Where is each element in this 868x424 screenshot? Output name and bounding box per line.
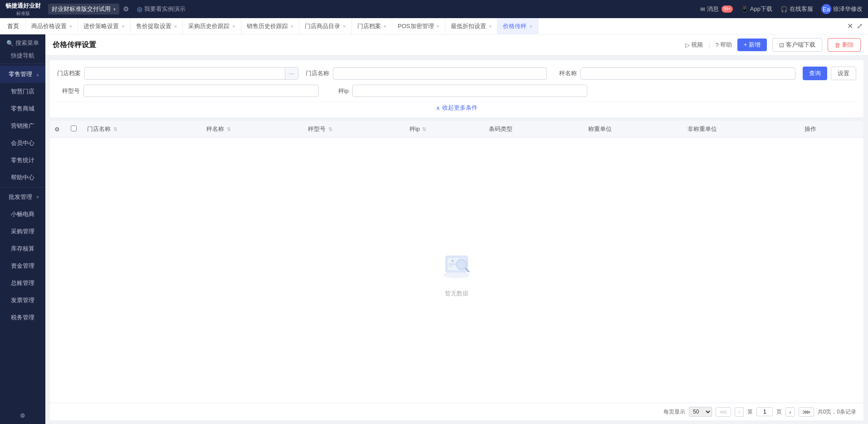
first-page-btn[interactable]: ⋘ bbox=[716, 407, 731, 417]
query-button[interactable]: 查询 bbox=[803, 67, 827, 80]
scale-model-label: 秤型号 bbox=[57, 87, 80, 95]
demo-button[interactable]: ◎ 我要看实例演示 bbox=[137, 5, 185, 13]
page-header: 价格传秤设置 ▷ 视频 | ? 帮助 + 新增 ⊡ 客户端下载 bbox=[45, 34, 868, 56]
logo-sub-text: 标准版 bbox=[16, 10, 30, 17]
messages-button[interactable]: ✉ 消息 99+ bbox=[700, 5, 733, 13]
sidebar-item-ledger[interactable]: 总账管理 bbox=[0, 275, 45, 292]
sidebar-item-tax[interactable]: 税务管理 bbox=[0, 309, 45, 326]
help-label: 帮助 bbox=[720, 41, 732, 49]
sidebar-item-smart-store[interactable]: 智慧门店 bbox=[0, 83, 45, 100]
message-icon: ✉ bbox=[700, 6, 705, 13]
tab-sale-history[interactable]: 销售历史价跟踪 × bbox=[241, 18, 299, 34]
collapse-label: 收起更多条件 bbox=[442, 104, 478, 112]
tab-pos-encrypt-label: POS加密管理 bbox=[398, 22, 434, 30]
online-service-button[interactable]: 🎧 在线客服 bbox=[780, 5, 813, 13]
last-page-btn[interactable]: ⋙ bbox=[799, 407, 814, 417]
operation-col-label: 操作 bbox=[805, 125, 816, 132]
tab-store-profile-label: 门店档案 bbox=[357, 22, 381, 30]
store-profile-input[interactable] bbox=[85, 68, 285, 79]
download-button[interactable]: ⊡ 客户端下载 bbox=[772, 38, 822, 52]
tab-store-catalog-close[interactable]: × bbox=[343, 24, 346, 29]
sidebar-item-purchase[interactable]: 采购管理 bbox=[0, 223, 45, 240]
sidebar-quick-nav[interactable]: 快捷导航 bbox=[0, 50, 45, 64]
version-selector[interactable]: 好业财标准版交付试用 ▾ bbox=[48, 4, 119, 14]
sidebar-item-ecommerce[interactable]: 小畅电商 bbox=[0, 206, 45, 223]
scale-model-input[interactable] bbox=[83, 85, 319, 97]
per-page-select[interactable]: 20 50 100 bbox=[689, 407, 712, 417]
table-head: ⚙ 门店名称 ⇅ 秤名称 ⇅ 秤型号 bbox=[50, 121, 863, 138]
page-input[interactable] bbox=[756, 407, 773, 416]
sidebar-smart-store-label: 智慧门店 bbox=[5, 87, 40, 96]
maximize-icon[interactable]: ⤢ bbox=[857, 22, 863, 30]
sidebar-tax-label: 税务管理 bbox=[5, 313, 40, 322]
sidebar-item-retail[interactable]: 零售管理 ▲ bbox=[0, 66, 45, 83]
tab-price-settings-close[interactable]: × bbox=[69, 24, 72, 29]
store-profile-input-group: ··· bbox=[84, 67, 298, 80]
gear-icon[interactable]: ⚙ bbox=[123, 5, 129, 13]
sidebar-retail-label: 零售管理 bbox=[5, 70, 35, 78]
logo-main-text: 畅捷通好业财 bbox=[5, 2, 41, 10]
tab-purchase-strategy-close[interactable]: × bbox=[122, 24, 124, 29]
tab-store-profile-close[interactable]: × bbox=[384, 24, 386, 29]
store-profile-dots-btn[interactable]: ··· bbox=[285, 67, 298, 79]
sidebar-item-wholesale[interactable]: 批发管理 ▼ bbox=[0, 188, 45, 206]
user-menu[interactable]: Ea 徐泽华修改 bbox=[821, 4, 863, 14]
tab-min-discount-close[interactable]: × bbox=[489, 24, 492, 29]
tab-pos-encrypt[interactable]: POS加密管理 × bbox=[392, 18, 445, 34]
search-icon: 🔍 bbox=[6, 40, 14, 47]
sidebar-item-retail-mall[interactable]: 零售商城 bbox=[0, 100, 45, 117]
table-header-scale-name: 秤名称 ⇅ bbox=[202, 121, 303, 138]
add-button[interactable]: + 新增 bbox=[737, 39, 767, 51]
tab-purchase-history-close[interactable]: × bbox=[232, 24, 235, 29]
tab-sale-extract[interactable]: 售价提取设置 × bbox=[131, 18, 183, 34]
sidebar-item-inventory[interactable]: 库存核算 bbox=[0, 240, 45, 257]
tab-sale-history-close[interactable]: × bbox=[291, 24, 293, 29]
table-header-gear[interactable]: ⚙ bbox=[50, 121, 66, 138]
next-page-btn[interactable]: › bbox=[785, 407, 795, 417]
set-button[interactable]: 设置 bbox=[831, 67, 856, 80]
sidebar-search[interactable]: 🔍 搜索菜单 bbox=[0, 34, 45, 50]
sidebar-item-help[interactable]: 帮助中心 bbox=[0, 169, 45, 186]
tab-purchase-history[interactable]: 采购历史价跟踪 × bbox=[183, 18, 241, 34]
sidebar-inventory-label: 库存核算 bbox=[5, 245, 40, 253]
sidebar-item-finance[interactable]: 资金管理 bbox=[0, 257, 45, 275]
sidebar-gear[interactable]: ⚙ bbox=[0, 407, 45, 424]
scale-name-input[interactable] bbox=[580, 67, 795, 80]
tab-min-discount[interactable]: 最低折扣设置 × bbox=[445, 18, 497, 34]
video-link[interactable]: ▷ 视频 bbox=[685, 41, 703, 49]
table-header-checkbox[interactable] bbox=[66, 121, 83, 138]
tab-price-scale[interactable]: 价格传秤 × bbox=[497, 18, 538, 34]
filter-scale-ip: 秤ip bbox=[326, 85, 588, 97]
delete-button[interactable]: 🗑 删除 bbox=[828, 38, 861, 52]
scale-ip-label: 秤ip bbox=[326, 87, 349, 95]
sidebar-item-member[interactable]: 会员中心 bbox=[0, 135, 45, 152]
store-name-label: 门店名称 bbox=[306, 69, 329, 77]
tab-store-profile[interactable]: 门店档案 × bbox=[352, 18, 392, 34]
scale-ip-input[interactable] bbox=[352, 85, 588, 97]
tab-pos-encrypt-close[interactable]: × bbox=[437, 24, 439, 29]
tab-store-catalog[interactable]: 门店商品目录 × bbox=[299, 18, 351, 34]
store-name-input[interactable] bbox=[333, 67, 547, 80]
sidebar-item-retail-stats[interactable]: 零售统计 bbox=[0, 152, 45, 169]
tab-purchase-strategy[interactable]: 进价策略设置 × bbox=[78, 18, 130, 34]
sidebar-item-invoice[interactable]: 发票管理 bbox=[0, 292, 45, 309]
sort-icon: ⇅ bbox=[422, 126, 426, 132]
prev-page-btn[interactable]: ‹ bbox=[735, 407, 744, 417]
select-all-checkbox[interactable] bbox=[71, 125, 77, 131]
tab-home[interactable]: 首页 bbox=[4, 18, 26, 34]
collapse-bar[interactable]: ∧ 收起更多条件 bbox=[57, 101, 856, 114]
sidebar-help-label: 帮助中心 bbox=[5, 173, 40, 182]
sort-icon: ⇅ bbox=[113, 126, 117, 132]
sidebar-item-marketing[interactable]: 营销推广 bbox=[0, 117, 45, 135]
tab-price-scale-close[interactable]: × bbox=[529, 24, 532, 29]
headset-icon: 🎧 bbox=[780, 6, 788, 13]
chevron-down-icon: ▼ bbox=[35, 195, 40, 200]
scale-ip-col-label: 秤ip bbox=[410, 125, 420, 132]
top-bar-right: ✉ 消息 99+ 📱 App下载 🎧 在线客服 Ea 徐泽华修改 bbox=[700, 4, 863, 14]
help-link[interactable]: ? 帮助 bbox=[716, 41, 732, 49]
tab-price-settings[interactable]: 商品价格设置 × bbox=[26, 18, 78, 34]
app-download-button[interactable]: 📱 App下载 bbox=[741, 5, 772, 13]
close-window-icon[interactable]: ✕ bbox=[847, 22, 853, 30]
store-profile-label: 门店档案 bbox=[57, 69, 81, 77]
tab-sale-extract-close[interactable]: × bbox=[174, 24, 177, 29]
